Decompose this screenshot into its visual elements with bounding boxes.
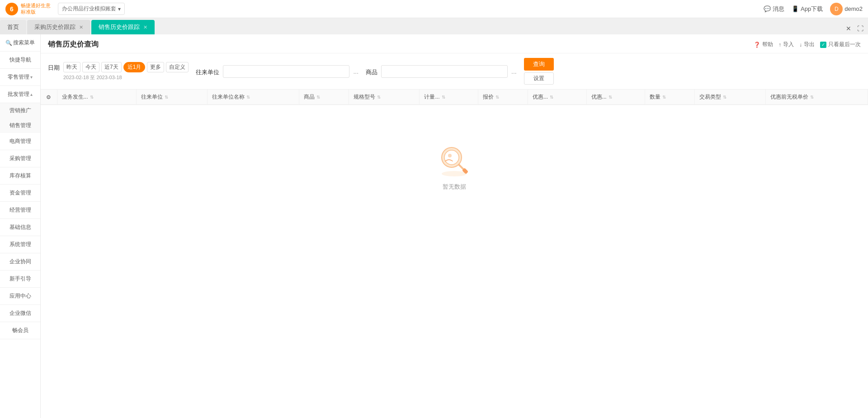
col-partner-code[interactable]: 往来单位 ⇅ bbox=[137, 90, 208, 105]
sidebar-item-operations[interactable]: 经营管理 bbox=[0, 202, 40, 219]
chevron-down-icon: ▾ bbox=[30, 75, 33, 80]
sort-icon: ⇅ bbox=[609, 95, 612, 100]
logo-icon: 6 bbox=[5, 3, 18, 15]
date-7days[interactable]: 近7天 bbox=[101, 62, 122, 72]
partner-label: 往来单位 bbox=[196, 66, 219, 76]
maximize-window-button[interactable]: ⛶ bbox=[856, 24, 864, 33]
col-unit[interactable]: 计量... ⇅ bbox=[420, 90, 478, 105]
svg-point-0 bbox=[442, 171, 467, 176]
date-buttons: 昨天 今天 近7天 近1月 更多 自定义 bbox=[63, 62, 189, 72]
close-tab-sales[interactable]: ✕ bbox=[143, 24, 147, 30]
sidebar-item-sales-mgmt[interactable]: 销售管理 bbox=[0, 118, 40, 133]
chevron-up-icon: ▴ bbox=[30, 92, 33, 97]
date-1month[interactable]: 近1月 bbox=[123, 62, 146, 72]
empty-state: 暂无数据 bbox=[41, 105, 868, 227]
col-product[interactable]: 商品 ⇅ bbox=[299, 90, 349, 105]
sidebar-item-ecommerce[interactable]: 电商管理 bbox=[0, 133, 40, 150]
sort-icon: ⇅ bbox=[810, 95, 814, 100]
date-options: 昨天 今天 近7天 近1月 更多 自定义 2023-02-18 至 2023-0… bbox=[63, 62, 189, 81]
product-filter-group: 商品 ... bbox=[366, 65, 517, 78]
help-icon: ❓ bbox=[754, 42, 760, 48]
settings-button[interactable]: 设置 bbox=[524, 72, 554, 85]
sort-icon: ⇅ bbox=[662, 95, 666, 100]
sidebar-item-corp-wechat[interactable]: 企业微信 bbox=[0, 305, 40, 322]
col-biz-date[interactable]: 业务发生... ⇅ bbox=[57, 90, 137, 105]
avatar: D bbox=[830, 3, 843, 15]
date-filter-group: 日期 昨天 今天 近7天 近1月 更多 自定义 2023-02-18 至 202… bbox=[48, 62, 189, 81]
only-last-checkbox[interactable]: ✓ bbox=[820, 42, 826, 48]
sidebar-item-retail[interactable]: 零售管理 ▾ bbox=[0, 69, 40, 86]
col-pre-tax-price[interactable]: 优惠前无税单价 ⇅ bbox=[765, 90, 868, 105]
empty-text: 暂无数据 bbox=[443, 183, 466, 191]
sort-icon: ⇅ bbox=[442, 95, 445, 100]
sort-icon: ⇅ bbox=[550, 95, 553, 100]
sort-icon: ⇅ bbox=[90, 95, 94, 100]
product-input[interactable] bbox=[381, 65, 508, 78]
col-gear[interactable]: ⚙ bbox=[41, 90, 57, 105]
partner-ellipsis-button[interactable]: ... bbox=[353, 68, 359, 75]
sort-icon: ⇅ bbox=[723, 95, 726, 100]
close-window-button[interactable]: ✕ bbox=[844, 24, 853, 33]
sidebar-item-finance[interactable]: 资金管理 bbox=[0, 185, 40, 202]
tab-sales-history[interactable]: 销售历史价跟踪 ✕ bbox=[91, 20, 155, 34]
sidebar-item-search[interactable]: 🔍 搜索菜单 bbox=[0, 34, 40, 52]
sidebar-item-app-center[interactable]: 应用中心 bbox=[0, 288, 40, 305]
sidebar-item-purchase[interactable]: 采购管理 bbox=[0, 150, 40, 167]
sidebar-item-vip[interactable]: 畅会员 bbox=[0, 322, 40, 339]
product-ellipsis-button[interactable]: ... bbox=[511, 68, 517, 75]
sort-icon: ⇅ bbox=[165, 95, 168, 100]
workspace-selector[interactable]: 办公用品行业模拟账套 ▾ bbox=[58, 3, 125, 15]
sidebar-item-inventory[interactable]: 库存核算 bbox=[0, 167, 40, 185]
tab-purchase-history[interactable]: 采购历史价跟踪 ✕ bbox=[27, 20, 90, 34]
col-quote[interactable]: 报价 ⇅ bbox=[478, 90, 528, 105]
sidebar-item-newbie[interactable]: 新手引导 bbox=[0, 271, 40, 288]
sidebar-item-marketing[interactable]: 营销推广 bbox=[0, 103, 40, 118]
sort-icon: ⇅ bbox=[495, 95, 499, 100]
header-left: 6 畅捷通好生意 标准版 办公用品行业模拟账套 ▾ bbox=[5, 3, 125, 15]
user-menu[interactable]: D demo2 bbox=[830, 3, 863, 15]
svg-point-5 bbox=[448, 154, 452, 157]
chevron-down-icon: ▾ bbox=[118, 6, 121, 12]
product-label: 商品 bbox=[366, 66, 377, 76]
tab-home[interactable]: 首页 bbox=[0, 20, 26, 34]
sidebar-item-basic-info[interactable]: 基础信息 bbox=[0, 219, 40, 236]
col-discount2[interactable]: 优惠... ⇅ bbox=[586, 90, 645, 105]
filter-bar: 日期 昨天 今天 近7天 近1月 更多 自定义 2023-02-18 至 202… bbox=[41, 53, 868, 90]
col-spec[interactable]: 规格型号 ⇅ bbox=[349, 90, 420, 105]
page-header: 销售历史价查询 ❓ 帮助 ↑ 导入 ↓ 导出 ✓ 只看最后一次 bbox=[41, 34, 868, 53]
partner-input[interactable] bbox=[223, 65, 349, 78]
col-quantity[interactable]: 数量 ⇅ bbox=[645, 90, 695, 105]
close-tab-purchase[interactable]: ✕ bbox=[79, 24, 83, 30]
col-partner-name[interactable]: 往来单位名称 ⇅ bbox=[207, 90, 299, 105]
sidebar-item-system[interactable]: 系统管理 bbox=[0, 236, 40, 253]
export-icon: ↓ bbox=[799, 42, 802, 48]
data-table: ⚙ 业务发生... ⇅ 往来单位 ⇅ bbox=[41, 90, 868, 105]
col-discount1[interactable]: 优惠... ⇅ bbox=[528, 90, 587, 105]
logo-area: 6 畅捷通好生意 标准版 bbox=[5, 3, 51, 15]
query-button[interactable]: 查询 bbox=[524, 58, 554, 71]
date-custom[interactable]: 自定义 bbox=[166, 62, 189, 72]
main-layout: 🔍 搜索菜单 快捷导航 零售管理 ▾ 批发管理 ▴ 营销推广 销售管理 电商管理… bbox=[0, 34, 868, 418]
col-trade-type[interactable]: 交易类型 ⇅ bbox=[695, 90, 766, 105]
date-today[interactable]: 今天 bbox=[82, 62, 99, 72]
table-header-row: ⚙ 业务发生... ⇅ 往来单位 ⇅ bbox=[41, 90, 868, 105]
sidebar-item-wholesale[interactable]: 批发管理 ▴ bbox=[0, 86, 40, 103]
app-download-button[interactable]: 📱 App下载 bbox=[792, 5, 823, 13]
date-yesterday[interactable]: 昨天 bbox=[63, 62, 80, 72]
export-button[interactable]: ↓ 导出 bbox=[799, 41, 815, 48]
message-button[interactable]: 💬 消息 bbox=[764, 5, 784, 13]
import-button[interactable]: ↑ 导入 bbox=[778, 41, 794, 48]
only-last-checkbox-group[interactable]: ✓ 只看最后一次 bbox=[820, 41, 861, 48]
sort-icon: ⇅ bbox=[246, 95, 250, 100]
sort-icon: ⇅ bbox=[316, 95, 320, 100]
table-container: ⚙ 业务发生... ⇅ 往来单位 ⇅ bbox=[41, 90, 868, 418]
sidebar-item-enterprise[interactable]: 企业协同 bbox=[0, 253, 40, 271]
svg-point-2 bbox=[444, 150, 459, 165]
partner-filter-group: 往来单位 ... bbox=[196, 65, 359, 78]
sidebar-item-quick-nav[interactable]: 快捷导航 bbox=[0, 52, 40, 69]
date-more[interactable]: 更多 bbox=[147, 62, 164, 72]
gear-icon[interactable]: ⚙ bbox=[46, 94, 51, 100]
page-actions: ❓ 帮助 ↑ 导入 ↓ 导出 ✓ 只看最后一次 bbox=[754, 41, 861, 48]
help-button[interactable]: ❓ 帮助 bbox=[754, 41, 773, 48]
app-icon: 📱 bbox=[792, 5, 799, 12]
